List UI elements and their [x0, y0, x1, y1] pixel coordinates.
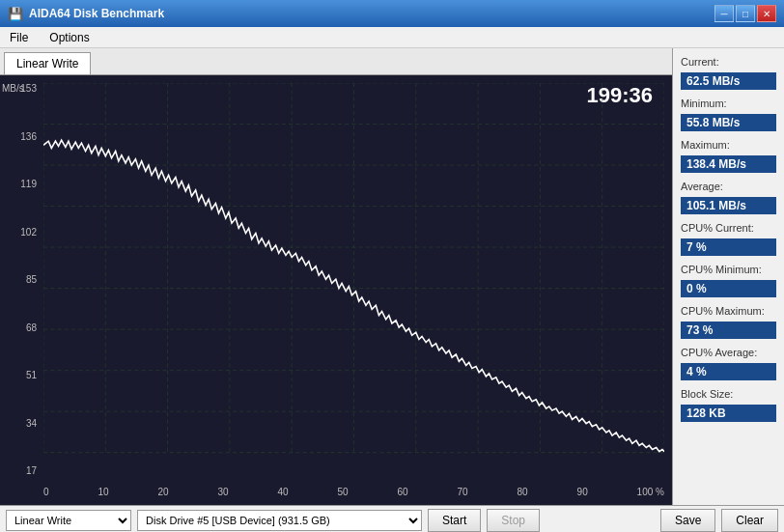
- drive-select[interactable]: Disk Drive #5 [USB Device] (931.5 GB): [137, 510, 422, 531]
- menu-file[interactable]: File: [4, 29, 34, 46]
- cpu-current-value: 7 %: [681, 238, 776, 256]
- start-button[interactable]: Start: [428, 509, 481, 532]
- menu-options[interactable]: Options: [43, 29, 95, 46]
- controls-row: Linear Write Disk Drive #5 [USB Device] …: [0, 506, 784, 532]
- stop-button[interactable]: Stop: [487, 509, 540, 532]
- y-label-51: 51: [4, 370, 37, 380]
- x-label-60: 60: [398, 487, 408, 497]
- y-label-136: 136: [4, 131, 37, 142]
- clear-button[interactable]: Clear: [721, 509, 778, 532]
- x-label-50: 50: [338, 487, 349, 497]
- cpu-current-label: CPU% Current:: [681, 222, 776, 234]
- maximum-value: 138.4 MB/s: [681, 155, 776, 173]
- title-bar-controls: ─ □ ✕: [714, 5, 776, 22]
- maximum-label: Maximum:: [681, 139, 776, 151]
- chart-svg: [43, 83, 664, 454]
- y-label-68: 68: [4, 322, 37, 333]
- title-bar: 💾 AIDA64 Disk Benchmark ─ □ ✕: [0, 0, 784, 27]
- left-panel: Linear Write MB/s 199:36 153 136 119 102…: [0, 48, 673, 505]
- average-label: Average:: [681, 181, 776, 192]
- window-title: AIDA64 Disk Benchmark: [29, 7, 164, 20]
- x-label-30: 30: [217, 487, 228, 497]
- x-label-20: 20: [157, 487, 168, 497]
- maximize-button[interactable]: □: [736, 5, 755, 22]
- cpu-max-value: 73 %: [681, 322, 776, 339]
- x-axis: 0 10 20 30 40 50 60 70 80 90 100 %: [43, 487, 664, 497]
- title-bar-left: 💾 AIDA64 Disk Benchmark: [8, 7, 164, 21]
- main-container: Linear Write MB/s 199:36 153 136 119 102…: [0, 48, 784, 505]
- x-label-100: 100 %: [637, 487, 664, 497]
- cpu-avg-value: 4 %: [681, 363, 776, 380]
- app-icon: 💾: [8, 7, 23, 21]
- y-label-85: 85: [4, 274, 37, 285]
- y-axis: 153 136 119 102 85 68 51 34 17: [0, 83, 41, 476]
- y-label-119: 119: [4, 179, 37, 189]
- test-select[interactable]: Linear Write: [6, 510, 131, 531]
- tab-bar: Linear Write: [0, 48, 672, 75]
- x-label-10: 10: [98, 487, 108, 497]
- bottom-bar: Linear Write Disk Drive #5 [USB Device] …: [0, 505, 784, 532]
- current-label: Current:: [681, 56, 776, 68]
- average-value: 105.1 MB/s: [681, 197, 776, 214]
- y-label-17: 17: [4, 465, 37, 476]
- block-size-value: 128 KB: [681, 405, 776, 422]
- minimize-button[interactable]: ─: [714, 5, 734, 22]
- cpu-min-value: 0 %: [681, 280, 776, 297]
- minimum-value: 55.8 MB/s: [681, 114, 776, 131]
- close-button[interactable]: ✕: [757, 5, 776, 22]
- chart-area: MB/s 199:36 153 136 119 102 85 68 51 34 …: [0, 75, 672, 505]
- cpu-avg-label: CPU% Average:: [681, 347, 776, 358]
- y-label-153: 153: [4, 83, 37, 94]
- current-value: 62.5 MB/s: [681, 72, 776, 90]
- cpu-max-label: CPU% Maximum:: [681, 305, 776, 317]
- block-size-label: Block Size:: [681, 388, 776, 400]
- tab-linear-write[interactable]: Linear Write: [4, 52, 91, 74]
- x-label-90: 90: [577, 487, 588, 497]
- x-label-70: 70: [458, 487, 468, 497]
- y-label-102: 102: [4, 227, 37, 238]
- minimum-label: Minimum:: [681, 98, 776, 109]
- cpu-min-label: CPU% Minimum:: [681, 264, 776, 275]
- x-label-80: 80: [518, 487, 528, 497]
- save-button[interactable]: Save: [660, 509, 715, 532]
- x-label-40: 40: [278, 487, 289, 497]
- y-label-34: 34: [4, 418, 37, 429]
- x-label-0: 0: [43, 487, 49, 497]
- menu-bar: File Options: [0, 27, 784, 48]
- right-panel: Current: 62.5 MB/s Minimum: 55.8 MB/s Ma…: [673, 48, 784, 505]
